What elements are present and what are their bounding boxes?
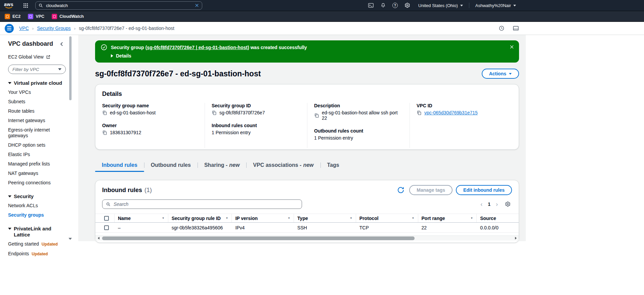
sidebar-item-managed-prefix-lists[interactable]: Managed prefix lists <box>0 159 72 169</box>
select-all-checkbox[interactable] <box>104 216 109 221</box>
topbar-search[interactable] <box>35 1 202 10</box>
rules-search[interactable] <box>102 199 302 209</box>
sidebar-item-dhcp-option-sets[interactable]: DHCP option sets <box>0 140 72 150</box>
cell-security-group-rule-id: sgr-0b5fe38326a495606 <box>168 225 232 230</box>
clear-search-icon[interactable] <box>195 3 199 8</box>
sidebar-item-getting-started[interactable]: Getting startedUpdated <box>0 239 72 249</box>
copy-icon[interactable] <box>417 110 422 115</box>
sort-icon[interactable]: ▼ <box>285 217 290 220</box>
cloudshell-icon <box>368 3 374 8</box>
previous-page-icon[interactable]: ‹ <box>480 201 482 207</box>
sidebar-section-privatelink-and-lattice[interactable]: PrivateLink and Lattice <box>8 226 63 238</box>
sidebar-scrollbar-down-arrow[interactable] <box>69 238 72 240</box>
scroll-left-arrow[interactable] <box>95 236 101 241</box>
next-page-icon[interactable]: › <box>496 201 498 207</box>
user-menu[interactable]: Ashwathy%20Nair <box>471 1 520 10</box>
breadcrumb-link-vpc[interactable]: VPC <box>19 26 29 31</box>
tab-inbound-rules[interactable]: Inbound rules <box>95 158 144 172</box>
column-header-ip-version[interactable]: IP version▼ <box>232 214 294 222</box>
copy-icon[interactable] <box>212 110 217 115</box>
sidebar-item-network-acls[interactable]: Network ACLs <box>0 201 72 210</box>
edit-inbound-rules-button[interactable]: Edit inbound rules <box>456 185 512 195</box>
settings-button[interactable] <box>402 1 412 10</box>
aws-logo[interactable]: aws <box>4 2 13 9</box>
notifications-button[interactable] <box>378 1 388 10</box>
cloudshell-button[interactable] <box>366 1 376 10</box>
sidebar-scrollbar-thumb[interactable] <box>69 36 72 100</box>
sidebar-item-your-vpcs[interactable]: Your VPCs <box>0 87 72 97</box>
current-page-number[interactable]: 1 <box>488 201 490 207</box>
copy-icon[interactable] <box>102 110 107 115</box>
sidebar-item-endpoints[interactable]: EndpointsUpdated <box>0 249 72 259</box>
column-header-security-group-rule-id[interactable]: Security group rule ID▼ <box>168 214 232 222</box>
sidebar-item-peering-connections[interactable]: Peering connections <box>0 178 72 187</box>
manage-tags-button[interactable]: Manage tags <box>409 185 453 195</box>
chevron-down-icon <box>509 73 512 75</box>
updated-badge: Updated <box>42 242 58 247</box>
sidebar-item-elastic-ips[interactable]: Elastic IPs <box>0 150 72 159</box>
sort-icon[interactable]: ▼ <box>468 217 473 220</box>
sidebar-section-virtual-private-cloud[interactable]: Virtual private cloud <box>8 80 63 86</box>
sidebar-item-nat-gateways[interactable]: NAT gateways <box>0 169 72 178</box>
history-button[interactable] <box>499 25 505 31</box>
sidebar-item-subnets[interactable]: Subnets <box>0 97 72 106</box>
sidebar-section-security[interactable]: Security <box>8 193 63 199</box>
region-selector[interactable]: United States (Ohio) <box>414 1 467 10</box>
column-header-source[interactable]: Source <box>477 214 519 222</box>
inbound-rules-table: Name▼ Security group rule ID▼ IP version… <box>95 214 519 233</box>
services-menu-button[interactable] <box>22 2 29 9</box>
banner-close-button[interactable] <box>509 44 514 49</box>
sidebar-item-internet-gateways[interactable]: Internet gateways <box>0 116 72 125</box>
sidebar-item-route-tables[interactable]: Route tables <box>0 106 72 116</box>
banner-sg-link[interactable]: sg-0fcf8fd7370f726e7 | ed-sg-01-bastion-… <box>147 45 248 50</box>
split-panel-button[interactable] <box>513 26 519 31</box>
scroll-right-arrow[interactable] <box>513 236 519 241</box>
vpc-id-link[interactable]: vpc-065d30d769b31e715 <box>424 110 478 115</box>
field-owner: Owner 183631307912 <box>102 123 198 135</box>
sidebar-item-ec2-global-view[interactable]: EC2 Global View <box>8 54 50 60</box>
sort-icon[interactable]: ▼ <box>409 217 415 220</box>
success-check-icon <box>100 44 108 51</box>
sidebar-item-security-groups[interactable]: Security groups <box>0 210 72 220</box>
favorite-ec2[interactable]: EC2 <box>5 14 20 19</box>
copy-icon[interactable] <box>102 130 107 135</box>
sidebar-item-egress-only-internet-gateways[interactable]: Egress-only internet gateways <box>0 125 64 140</box>
sort-icon[interactable]: ▼ <box>159 217 165 220</box>
scrollbar-track[interactable] <box>101 236 513 240</box>
topbar-search-input[interactable] <box>46 3 195 8</box>
favorites-bar: EC2 VPC CloudWatch <box>0 11 644 22</box>
table-preferences-button[interactable] <box>503 200 512 209</box>
cell-type: SSH <box>294 225 356 230</box>
help-button[interactable]: ? <box>390 1 400 10</box>
tab-vpc-associations[interactable]: VPC associations -new <box>246 158 320 172</box>
breadcrumb-link-security-groups[interactable]: Security Groups <box>37 26 71 31</box>
tab-outbound-rules[interactable]: Outbound rules <box>144 158 198 172</box>
side-nav-toggle-button[interactable] <box>5 24 14 33</box>
sort-icon[interactable]: ▼ <box>347 217 352 220</box>
collapse-sidebar-icon[interactable] <box>59 42 63 46</box>
tab-sharing[interactable]: Sharing -new <box>198 158 246 172</box>
column-header-name[interactable]: Name▼ <box>115 214 168 222</box>
column-header-protocol[interactable]: Protocol▼ <box>356 214 418 222</box>
sort-icon[interactable]: ▼ <box>223 217 228 220</box>
expand-triangle-icon <box>111 54 113 58</box>
scrollbar-thumb[interactable] <box>102 236 415 240</box>
tab-tags[interactable]: Tags <box>320 158 346 172</box>
cell-protocol: TCP <box>356 225 418 230</box>
inbound-rules-heading: Inbound rules (1) <box>102 187 396 194</box>
column-header-port-range[interactable]: Port range▼ <box>418 214 477 222</box>
favorite-vpc[interactable]: VPC <box>28 14 44 19</box>
copy-icon[interactable] <box>314 113 319 118</box>
rules-search-input[interactable] <box>114 201 298 207</box>
actions-button[interactable]: Actions <box>482 69 519 79</box>
cell-ip-version: IPv4 <box>232 225 294 230</box>
table-row[interactable]: – sgr-0b5fe38326a495606 IPv4 SSH TCP 22 … <box>95 223 519 233</box>
page-title: sg-0fcf8fd7370f726e7 - ed-sg-01-bastion-… <box>95 69 482 78</box>
column-header-type[interactable]: Type▼ <box>294 214 356 222</box>
tabs: Inbound rules Outbound rules Sharing -ne… <box>95 158 519 172</box>
filter-by-vpc-select[interactable]: Filter by VPC <box>8 65 66 74</box>
banner-details-toggle[interactable]: Details <box>111 53 504 59</box>
favorite-cloudwatch[interactable]: CloudWatch <box>52 14 84 19</box>
row-checkbox[interactable] <box>104 225 109 230</box>
refresh-button[interactable] <box>396 185 406 195</box>
